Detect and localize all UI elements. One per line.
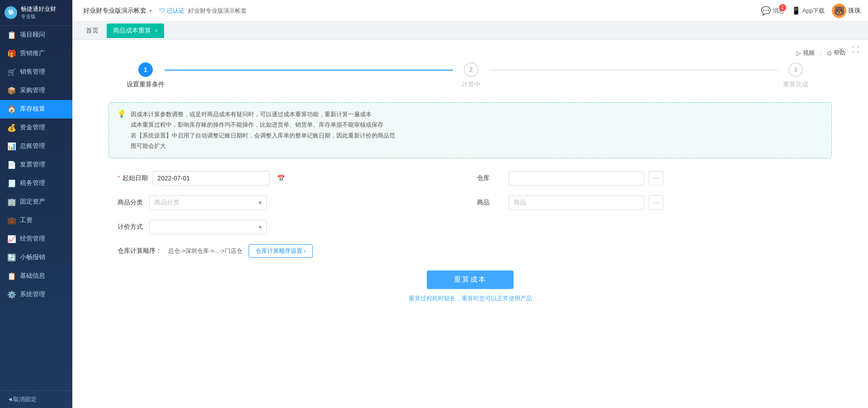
step-2: 2 计算中 [453,62,489,89]
start-date-input[interactable]: 2022-07-01 [152,171,270,185]
topbar-left: 好业财专业版演示帐套 ▾ 🛡 已认证 好业财专业版演示帐套 [80,5,755,17]
expand-window-button[interactable]: ⛶ [850,44,861,55]
tab-cost-recalc-label: 商品成本重算 [113,27,151,35]
step-3-circle: 3 [788,62,803,77]
sidebar-item-expense[interactable]: 🔄 小畅报销 [0,248,72,267]
sidebar-item-tax[interactable]: 🧾 税务管理 [0,174,72,193]
sidebar-item-salary[interactable]: 💼 工资 [0,211,72,230]
video-link[interactable]: ▷ 视频 [797,49,815,57]
sidebar-item-sales[interactable]: 🛒 销售管理 [0,63,72,81]
warehouse-field: 仓库 ··· [477,171,823,185]
goods-field: 商品 商品 ··· [477,195,823,210]
messages-action[interactable]: 💬 消息 1 [761,6,784,16]
info-icon: 💡 [117,109,126,152]
verified-badge: 🛡 已认证 [159,7,184,15]
notification-count: 1 [779,4,786,11]
salary-icon: 💼 [7,216,16,225]
warehouse-label: 仓库 [477,174,504,182]
account-selector[interactable]: 好业财专业版演示帐套 ▾ [80,5,156,17]
sidebar-item-inventory[interactable]: 🏠 库存核算 [0,100,72,119]
sidebar-item-label: 系统管理 [20,290,45,299]
main-area: 好业财专业版演示帐套 ▾ 🛡 已认证 好业财专业版演示帐套 💬 消息 1 📱 A… [72,0,868,408]
accounting-icon: 📊 [7,142,16,151]
sidebar-item-label: 销售管理 [20,68,45,76]
sidebar-header: 畅 畅捷通好业财 专业版 [0,0,72,26]
sidebar-item-label: 税务管理 [20,179,45,187]
warehouse-order-settings-button[interactable]: 仓库计算顺序设置 › [249,244,313,258]
sidebar-item-label: 总账管理 [20,142,45,150]
info-box: 💡 因成本计算参数调整，或是对商品成本有疑问时，可以通过成本重算功能，重新计算一… [108,102,832,158]
sidebar-item-label: 资金管理 [20,123,45,132]
category-placeholder: 商品分类 [154,199,179,207]
recalc-button[interactable]: 重算成本 [427,270,514,289]
form-section: * 起始日期 2022-07-01 📅 仓库 ··· [90,171,850,234]
step-2-label: 计算中 [462,81,481,89]
play-icon: ▷ [797,50,801,57]
avatar: 🐻 [832,4,846,18]
goods-select-button[interactable]: ··· [649,195,663,210]
pricing-label: 计价方式 [118,223,145,231]
app-title: 畅捷通好业财 [21,5,56,13]
sidebar-item-accounting[interactable]: 📊 总账管理 [0,137,72,156]
shield-icon: 🛡 [159,7,165,14]
sidebar-item-project[interactable]: 📋 项目顾问 [0,26,72,44]
warehouse-order-value: 总仓->深圳仓库->...->门店仓 [168,247,242,255]
expense-icon: 🔄 [7,253,16,262]
user-menu[interactable]: 🐻 珠珠 [832,4,861,18]
start-date-field: * 起始日期 2022-07-01 📅 [118,171,463,185]
topbar: 好业财专业版演示帐套 ▾ 🛡 已认证 好业财专业版演示帐套 💬 消息 1 📱 A… [72,0,868,22]
tab-cost-recalc[interactable]: 商品成本重算 × [107,24,164,38]
window-controls: ✕ ⛶ [835,44,861,55]
inventory-icon: 🏠 [7,105,16,114]
topbar-right: 💬 消息 1 📱 App下载 🐻 珠珠 [761,4,861,18]
category-field: 商品分类 商品分类 ▾ [118,195,463,210]
app-subtitle: 专业版 [21,13,56,20]
app-logo: 畅 [5,6,17,19]
app-download-action[interactable]: 📱 App下载 [792,6,825,15]
sidebar-item-marketing[interactable]: 🎁 营销推广 [0,44,72,63]
warehouse-order-btn-label: 仓库计算顺序设置 › [255,247,306,255]
sidebar-item-label: 固定资产 [20,198,45,206]
steps-row: 1 设置重算条件 2 计算中 3 重算完成 [90,53,850,93]
goods-input[interactable]: 商品 [509,195,644,210]
step-1-circle: 1 [138,62,153,77]
sidebar-item-label: 经营管理 [20,235,45,243]
sidebar: 畅 畅捷通好业财 专业版 📋 项目顾问 🎁 营销推广 🛒 销售管理 📦 采购管理… [0,0,72,408]
step-2-circle: 2 [464,62,478,77]
step-3-label: 重算完成 [783,81,808,89]
sidebar-item-invoice[interactable]: 📄 发票管理 [0,156,72,174]
tab-close-icon[interactable]: × [155,28,158,34]
sidebar-item-label: 营销推广 [20,49,45,57]
purchase-icon: 📦 [7,86,16,95]
close-window-button[interactable]: ✕ [835,44,846,55]
required-mark: * [118,174,120,181]
sidebar-item-label: 小畅报销 [20,253,45,261]
tab-home[interactable]: 首页 [80,24,105,38]
start-date-value: 2022-07-01 [157,175,190,182]
operation-icon: 📈 [7,235,16,243]
pricing-select[interactable]: ▾ [149,220,267,234]
sidebar-item-system[interactable]: ⚙️ 系统管理 [0,285,72,304]
category-select[interactable]: 商品分类 ▾ [149,195,267,210]
sidebar-item-label: 采购管理 [20,86,45,95]
page-area: ✕ ⛶ ▷ 视频 | ⊙ 帮助 1 设置重算条件 [72,40,868,408]
goods-placeholder: 商品 [514,199,526,207]
calendar-icon[interactable]: 📅 [277,175,285,182]
sidebar-item-operation[interactable]: 📈 经营管理 [0,230,72,248]
step-3: 3 重算完成 [778,62,814,89]
sidebar-item-purchase[interactable]: 📦 采购管理 [0,81,72,100]
sidebar-item-label: 工资 [20,216,33,224]
sidebar-item-assets[interactable]: 🏢 固定资产 [0,193,72,211]
separator: | [820,50,821,57]
account-name: 好业财专业版演示帐套 [83,7,146,15]
sidebar-item-basic[interactable]: 📋 基础信息 [0,267,72,285]
warehouse-select-button[interactable]: ··· [649,171,663,185]
pricing-field: 计价方式 ▾ [118,220,463,234]
sidebar-footer-toggle[interactable]: ◄取消固定 [0,390,72,408]
message-icon: 💬 [761,6,771,16]
content-wrapper: 1 设置重算条件 2 计算中 3 重算完成 [72,40,868,316]
form-row-3: 计价方式 ▾ [118,220,823,234]
sidebar-item-finance[interactable]: 💰 资金管理 [0,119,72,137]
warehouse-input[interactable] [509,171,644,185]
sidebar-nav: 📋 项目顾问 🎁 营销推广 🛒 销售管理 📦 采购管理 🏠 库存核算 💰 资金管… [0,26,72,390]
